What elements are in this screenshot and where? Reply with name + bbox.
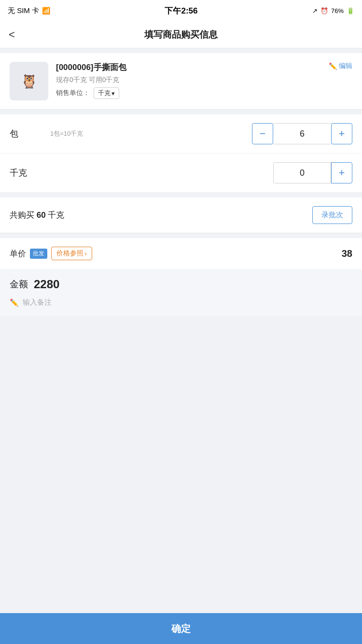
amount-label: 金额	[10, 278, 28, 291]
edit-button[interactable]: ✏️ 编辑	[329, 62, 352, 70]
price-label-row: 单价 批发 价格参照 ›	[10, 247, 92, 260]
bag-quantity-input[interactable]	[273, 123, 331, 144]
bag-quantity-controls: − +	[252, 123, 352, 144]
amount-section: 金额 2280 ✏️ 输入备注	[0, 269, 362, 316]
carrier-text: 无 SIM 卡	[8, 6, 39, 15]
price-section: 单价 批发 价格参照 › 38	[0, 238, 362, 269]
wifi-icon: 📶	[42, 7, 50, 14]
back-button[interactable]: <	[9, 28, 15, 41]
battery-icon: 🔋	[347, 7, 354, 14]
batch-button[interactable]: 录批次	[312, 206, 352, 224]
bag-decrement-button[interactable]: −	[252, 123, 273, 144]
alarm-icon: ⏰	[320, 7, 328, 14]
amount-row: 金额 2280	[10, 278, 352, 298]
status-time: 下午2:56	[165, 5, 197, 16]
price-tag: 批发	[30, 249, 47, 259]
bag-quantity-row: 包 1包=10千克 − +	[0, 114, 362, 154]
price-label: 单价	[10, 248, 26, 259]
price-value: 38	[342, 248, 352, 259]
total-row: 共购买 60 千克 录批次	[0, 197, 362, 233]
status-bar: 无 SIM 卡 📶 下午2:56 ↗ ⏰ 76% 🔋	[0, 0, 362, 21]
total-amount: 60	[37, 210, 48, 220]
price-ref-button[interactable]: 价格参照 ›	[51, 247, 92, 260]
unit-label: 销售单位：	[56, 89, 90, 98]
pencil-icon: ✏️	[10, 298, 19, 307]
total-unit: 千克	[48, 210, 64, 220]
kg-quantity-controls: +	[273, 162, 352, 183]
confirm-button[interactable]: 确定	[0, 613, 362, 644]
product-image: 🦉	[10, 62, 48, 100]
product-logo-icon: 🦉	[21, 73, 38, 89]
kg-increment-button[interactable]: +	[331, 162, 352, 183]
edit-icon: ✏️	[329, 62, 337, 70]
kg-quantity-row: 千克 +	[0, 154, 362, 193]
unit-value: 千克	[98, 89, 111, 98]
total-label: 共购买	[10, 210, 34, 220]
bag-increment-button[interactable]: +	[331, 123, 352, 144]
bag-hint: 1包=10千克	[50, 129, 252, 138]
note-placeholder: 输入备注	[23, 298, 52, 307]
status-right: ↗ ⏰ 76% 🔋	[312, 7, 354, 14]
note-row[interactable]: ✏️ 输入备注	[10, 298, 352, 316]
bag-label: 包	[10, 128, 48, 140]
price-ref-arrow: ›	[84, 250, 87, 257]
amount-value: 2280	[34, 278, 59, 291]
nav-bar: < 填写商品购买信息	[0, 21, 362, 48]
product-card: 🦉 [0000006]手撕面包 现存0千克 可用0千克 销售单位： 千克 ▾ ✏…	[0, 53, 362, 110]
kg-label: 千克	[10, 167, 48, 179]
product-name: [0000006]手撕面包	[56, 62, 352, 73]
price-ref-label: 价格参照	[56, 249, 84, 258]
quantity-section: 包 1包=10千克 − + 千克 +	[0, 114, 362, 193]
empty-space	[0, 316, 362, 461]
product-info: [0000006]手撕面包 现存0千克 可用0千克 销售单位： 千克 ▾	[56, 62, 352, 99]
page-title: 填写商品购买信息	[144, 28, 218, 41]
unit-select[interactable]: 千克 ▾	[94, 87, 119, 99]
product-stock: 现存0千克 可用0千克	[56, 76, 352, 84]
status-left: 无 SIM 卡 📶	[8, 6, 50, 15]
location-icon: ↗	[312, 7, 318, 14]
unit-dropdown-arrow: ▾	[111, 90, 115, 97]
product-unit-row: 销售单位： 千克 ▾	[56, 87, 352, 99]
battery-text: 76%	[331, 7, 344, 14]
edit-label: 编辑	[339, 62, 352, 70]
total-text: 共购买 60 千克	[10, 210, 64, 221]
kg-quantity-input[interactable]	[273, 162, 331, 183]
